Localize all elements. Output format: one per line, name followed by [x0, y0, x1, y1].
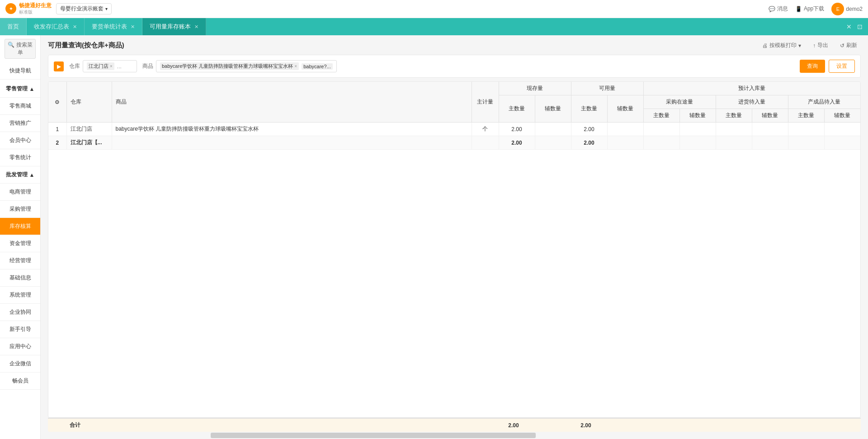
row2-unit [472, 136, 499, 150]
sidebar-item-basic-info[interactable]: 基础信息 [0, 269, 40, 287]
table-row: 1 江北门店 babycare学饮杯 儿童防摔防撞吸管杯重力球吸嘴杯宝宝水杯 个… [48, 123, 860, 136]
print-icon: 🖨 [762, 42, 768, 49]
sidebar-item-wholesale-mgmt[interactable]: 批发管理 ▲ [0, 166, 40, 184]
content-area: 可用量查询(按仓库+商品) 🖨 按模板打印 ▾ ↑ 导出 ↺ 刷新 ▶ [41, 35, 868, 439]
search-icon: 🔍 [8, 42, 14, 48]
sidebar-item-new-guide[interactable]: 新手引导 [0, 321, 40, 338]
table-container: ⚙ 仓库 商品 主计量 现存量 可用量 预计入库量 主数量 辅数量 主数量 辅数… [48, 81, 861, 418]
user-area[interactable]: E demo2 [831, 3, 863, 15]
sidebar-item-purchase-mgmt[interactable]: 采购管理 [0, 201, 40, 218]
th-pur-aux: 辅数量 [679, 109, 716, 123]
warehouse-more-btn[interactable]: ... [117, 63, 122, 70]
row2-stock-main: 2.00 [499, 136, 535, 150]
goods-input[interactable]: babycare学饮杯 儿童防摔防撞吸管杯重力球吸嘴杯宝宝水杯 × babyca… [156, 60, 337, 72]
scrollbar-thumb[interactable] [211, 433, 536, 438]
row2-goods [112, 136, 472, 150]
refresh-btn[interactable]: ↺ 刷新 [836, 40, 861, 51]
row1-stock-aux [535, 123, 571, 136]
th-pur-main: 主数量 [643, 109, 679, 123]
page-header: 可用量查询(按仓库+商品) 🖨 按模板打印 ▾ ↑ 导出 ↺ 刷新 [41, 35, 868, 55]
table-footer: 合计 2.00 2.00 [48, 418, 861, 432]
tab-close-receive-pay[interactable]: ✕ [73, 24, 77, 30]
sidebar-item-retail-mgmt[interactable]: 零售管理 ▲ [0, 80, 40, 98]
goods-tag-2: babycare?... [302, 63, 333, 70]
row2-pur-main [643, 136, 679, 150]
refresh-icon: ↺ [840, 42, 844, 49]
th-available-group: 可用量 [571, 82, 643, 95]
sidebar-item-member-club[interactable]: 畅会员 [0, 373, 40, 390]
warehouse-tag-del[interactable]: × [110, 64, 113, 69]
app-download-btn[interactable]: 📱 App下载 [795, 5, 824, 13]
gear-icon[interactable]: ⚙ [55, 99, 60, 105]
row2-prod-aux [824, 136, 860, 150]
sidebar-item-enterprise-collab[interactable]: 企业协同 [0, 304, 40, 321]
top-bar: ✦ 畅捷通好生意 标准版 母婴行业演示账套 ▾ 💬 消息 📱 App下载 E d… [0, 0, 868, 18]
goods-filter-label: 商品 [142, 62, 153, 70]
data-table: ⚙ 仓库 商品 主计量 现存量 可用量 预计入库量 主数量 辅数量 主数量 辅数… [48, 82, 860, 150]
goods-tag-1-del[interactable]: × [294, 64, 297, 69]
sidebar-search-area: 🔍 搜索菜单 [0, 35, 40, 62]
sidebar-item-quick-nav[interactable]: 快捷导航 [0, 62, 40, 80]
row1-unit: 个 [472, 123, 499, 136]
industry-selector[interactable]: 母婴行业演示账套 ▾ [56, 3, 112, 14]
chevron-down-icon: ▾ [105, 6, 108, 11]
avatar: E [831, 3, 844, 15]
settings-button[interactable]: 设置 [829, 60, 855, 73]
sidebar: 🔍 搜索菜单 快捷导航 零售管理 ▲ 零售商城 营销推广 会员中心 零售统计 [0, 35, 41, 439]
tab-available-stock[interactable]: 可用量库存账本 ✕ [142, 18, 206, 35]
sidebar-item-retail-stats[interactable]: 零售统计 [0, 149, 40, 166]
th-forecast-group: 预计入库量 [643, 82, 860, 95]
sidebar-item-retail-mall[interactable]: 零售商城 [0, 98, 40, 115]
print-btn[interactable]: 🖨 按模板打印 ▾ [759, 40, 805, 51]
th-purchase-group: 采购在途量 [643, 95, 716, 109]
row1-avail-aux [607, 123, 643, 136]
warehouse-filter: 仓库 江北门店 × ... [69, 60, 137, 72]
sidebar-item-ecommerce-mgmt[interactable]: 电商管理 [0, 184, 40, 201]
tab-order-stat[interactable]: 要货单统计表 ✕ [85, 18, 142, 35]
message-btn[interactable]: 💬 消息 [769, 5, 788, 13]
sidebar-item-enterprise-wechat[interactable]: 企业微信 [0, 355, 40, 373]
tab-close-available-stock[interactable]: ✕ [194, 24, 198, 30]
row2-seq: 2 [48, 136, 66, 150]
chevron-print-icon: ▾ [798, 42, 801, 49]
sidebar-item-ops-mgmt[interactable]: 经营管理 [0, 252, 40, 269]
tab-home[interactable]: 首页 [0, 18, 27, 35]
horizontal-scrollbar[interactable] [48, 433, 861, 438]
sidebar-item-marketing[interactable]: 营销推广 [0, 115, 40, 132]
row1-pur-aux [679, 123, 716, 136]
app-icon: 📱 [795, 6, 802, 12]
search-menu-btn[interactable]: 🔍 搜索菜单 [5, 39, 36, 59]
th-unit: 主计量 [472, 82, 499, 123]
close-window-btn[interactable]: ✕ [844, 22, 854, 31]
top-bar-right: 💬 消息 📱 App下载 E demo2 [769, 3, 863, 15]
footer-avail-main: 2.00 [568, 422, 604, 429]
query-button[interactable]: 查询 [800, 60, 825, 73]
th-prod-main: 主数量 [788, 109, 824, 123]
th-production-group: 产成品待入量 [788, 95, 860, 109]
sidebar-item-finance-mgmt[interactable]: 资金管理 [0, 235, 40, 252]
goods-tag-1: babycare学饮杯 儿童防摔防撞吸管杯重力球吸嘴杯宝宝水杯 × [160, 62, 299, 70]
row2-avail-main: 2.00 [571, 136, 607, 150]
export-btn[interactable]: ↑ 导出 [809, 40, 832, 51]
tab-close-order-stat[interactable]: ✕ [131, 24, 135, 30]
row2-warehouse: 江北门店【... [66, 136, 112, 150]
brand-name: 畅捷通好生意 [19, 2, 52, 9]
row1-stock-main: 2.00 [499, 123, 535, 136]
row2-pur-aux [679, 136, 716, 150]
th-prod-aux: 辅数量 [824, 109, 860, 123]
th-goods: 商品 [112, 82, 472, 123]
main-layout: 🔍 搜索菜单 快捷导航 零售管理 ▲ 零售商城 营销推广 会员中心 零售统计 [0, 35, 868, 439]
sidebar-item-member-center[interactable]: 会员中心 [0, 132, 40, 149]
sidebar-item-sys-mgmt[interactable]: 系统管理 [0, 287, 40, 304]
tab-receive-pay[interactable]: 收发存汇总表 ✕ [27, 18, 85, 35]
sidebar-item-app-center[interactable]: 应用中心 [0, 338, 40, 355]
sidebar-item-inventory-mgmt[interactable]: 库存核算 [0, 218, 40, 235]
th-stock-group: 现存量 [499, 82, 571, 95]
row2-stock-aux [535, 136, 571, 150]
row2-inb-aux [752, 136, 788, 150]
filter-toggle-btn[interactable]: ▶ [54, 61, 64, 71]
row1-prod-main [788, 123, 824, 136]
maximize-window-btn[interactable]: ⊡ [855, 22, 864, 31]
message-icon: 💬 [769, 6, 775, 12]
warehouse-input[interactable]: 江北门店 × ... [83, 60, 137, 72]
